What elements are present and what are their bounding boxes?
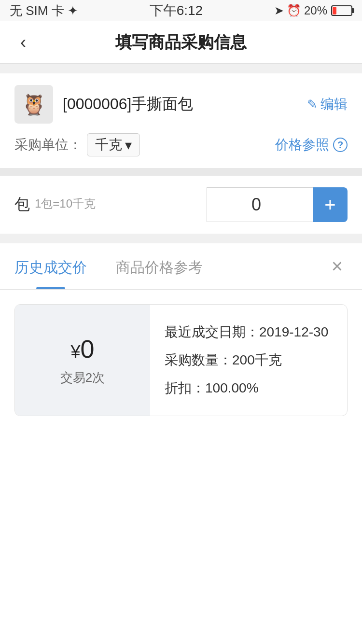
- discount-row: 折扣：100.00%: [165, 378, 333, 398]
- tab-product-price-ref[interactable]: 商品价格参考: [116, 243, 203, 289]
- back-button[interactable]: ‹: [12, 31, 35, 54]
- status-bar: 无 SIM 卡 ✦ 下午6:12 ➤ ⏰ 20%: [0, 0, 362, 21]
- location-icon: ➤: [274, 4, 284, 17]
- price-ref-label: 价格参照: [275, 136, 329, 154]
- edit-icon: ✎: [307, 97, 318, 112]
- history-price: ¥0: [71, 335, 95, 364]
- product-name: [0000006]手撕面包: [63, 94, 193, 115]
- unit-label: 采购单位：: [14, 136, 82, 154]
- price-value: 0: [81, 335, 95, 363]
- status-left: 无 SIM 卡 ✦: [10, 2, 78, 19]
- bottom-panel: 历史成交价 商品价格参考 × ¥0 交易2次 最近成交日期：2019-12-30…: [0, 243, 362, 431]
- quantity-plus-button[interactable]: +: [313, 187, 348, 222]
- quantity-row: 包 1包=10千克 +: [0, 176, 362, 234]
- history-left: ¥0 交易2次: [15, 305, 150, 416]
- status-time: 下午6:12: [150, 1, 203, 20]
- unit-badge: 包: [14, 194, 30, 215]
- price-reference-button[interactable]: 价格参照 ?: [275, 136, 348, 154]
- tab-history-price[interactable]: 历史成交价: [14, 243, 87, 289]
- alarm-icon: ⏰: [287, 4, 301, 17]
- help-icon: ?: [333, 138, 348, 152]
- battery-icon: [331, 5, 352, 16]
- unit-select[interactable]: 千克 ▾: [87, 133, 140, 156]
- unit-sub: 1包=10千克: [35, 196, 96, 211]
- product-card: 🦉 [0000006]手撕面包 ✎ 编辑 采购单位： 千克 ▾ 价格参照 ?: [0, 73, 362, 168]
- history-right: 最近成交日期：2019-12-30 采购数量：200千克 折扣：100.00%: [150, 305, 347, 416]
- product-left: 🦉 [0000006]手撕面包: [14, 85, 193, 124]
- tabs-row: 历史成交价 商品价格参考 ×: [0, 243, 362, 290]
- price-symbol: ¥: [71, 342, 81, 362]
- sim-text: 无 SIM 卡 ✦: [10, 2, 78, 19]
- purchase-qty-value: 200千克: [232, 352, 282, 367]
- unit-value: 千克: [95, 136, 122, 154]
- edit-label: 编辑: [320, 95, 348, 113]
- discount-label: 折扣：: [165, 380, 205, 395]
- product-header: 🦉 [0000006]手撕面包 ✎ 编辑: [14, 85, 348, 124]
- edit-button[interactable]: ✎ 编辑: [307, 95, 348, 113]
- section-divider: [0, 168, 362, 176]
- purchase-qty-label: 采购数量：: [165, 352, 232, 367]
- recent-date-value: 2019-12-30: [259, 324, 328, 339]
- tab-items: 历史成交价 商品价格参考: [14, 243, 203, 289]
- purchase-qty-row: 采购数量：200千克: [165, 350, 333, 370]
- product-logo-icon: 🦉: [21, 93, 46, 116]
- quantity-input[interactable]: [207, 187, 313, 222]
- quantity-label: 包 1包=10千克: [14, 194, 96, 215]
- recent-date-label: 最近成交日期：: [165, 324, 259, 339]
- battery-percent: 20%: [304, 4, 327, 17]
- status-right: ➤ ⏰ 20%: [274, 4, 352, 17]
- page-title: 填写商品采购信息: [115, 31, 247, 54]
- panel-close-button[interactable]: ×: [327, 251, 348, 282]
- history-trades: 交易2次: [60, 369, 105, 386]
- product-meta: 采购单位： 千克 ▾ 价格参照 ?: [14, 133, 348, 156]
- recent-date-row: 最近成交日期：2019-12-30: [165, 322, 333, 342]
- dropdown-icon: ▾: [125, 137, 132, 153]
- history-card: ¥0 交易2次 最近成交日期：2019-12-30 采购数量：200千克 折扣：…: [14, 304, 348, 416]
- page-rest: [0, 431, 362, 644]
- nav-bar: ‹ 填写商品采购信息: [0, 21, 362, 64]
- unit-row: 采购单位： 千克 ▾: [14, 133, 140, 156]
- quantity-control: +: [207, 187, 348, 222]
- history-content: ¥0 交易2次 最近成交日期：2019-12-30 采购数量：200千克 折扣：…: [0, 290, 362, 431]
- product-thumbnail: 🦉: [14, 85, 53, 124]
- discount-value: 100.00%: [205, 380, 259, 395]
